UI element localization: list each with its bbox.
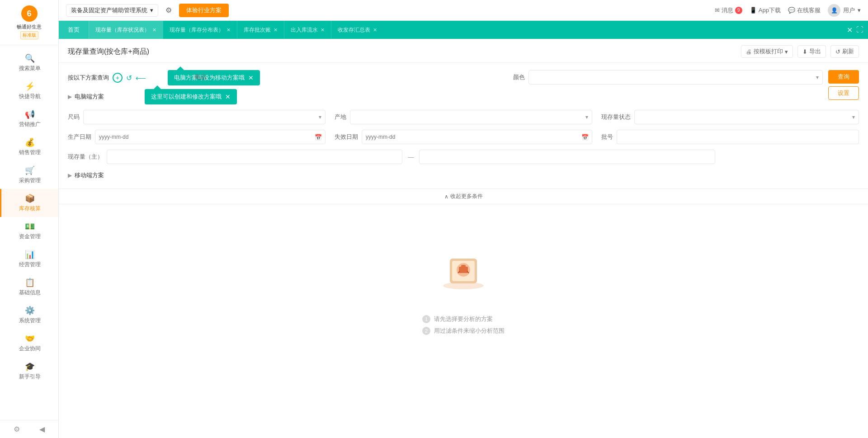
tab-bar-actions: ✕ ⛶ [842, 21, 868, 39]
sidebar-item-inventory[interactable]: 📦 库存核算 [0, 189, 58, 217]
filter-arrow-button[interactable]: ⟵ [136, 74, 146, 82]
inventory-icon: 📦 [25, 193, 35, 203]
footer-collapse-icon[interactable]: ◀ [39, 425, 45, 433]
sidebar-item-sales[interactable]: 💰 销售管理 [0, 133, 58, 161]
expiry-date-input[interactable] [362, 130, 592, 144]
tooltip-create-scheme: 这里可以创建和修改方案哦 ✕ [145, 89, 237, 104]
system-selector[interactable]: 装备及固定资产辅助管理系统 ▾ [66, 4, 158, 17]
user-menu[interactable]: 👤 用户 ▾ [828, 4, 861, 17]
production-date-input[interactable] [95, 130, 326, 144]
set-button[interactable]: 设置 [828, 86, 859, 100]
tab-fullscreen-icon[interactable]: ⛶ [856, 26, 863, 34]
batch-input[interactable] [617, 130, 859, 144]
search-btn-group: 查询 设置 [828, 70, 859, 100]
origin-select[interactable]: ▾ [350, 110, 592, 124]
tab-inventory-distribution[interactable]: 现存量（库存分布表） ✕ [163, 21, 237, 39]
origin-chevron-icon: ▾ [585, 114, 588, 120]
color-select[interactable]: ▾ [528, 70, 823, 85]
sales-icon: 💰 [25, 137, 35, 147]
marketing-icon: 📢 [25, 109, 35, 119]
svg-rect-5 [461, 265, 466, 268]
stock-qty-max-input[interactable] [419, 150, 715, 164]
footer-settings-icon[interactable]: ⚙ [14, 425, 20, 433]
tooltip-arrow [177, 66, 184, 70]
trial-button[interactable]: 体验行业方案 [179, 4, 229, 17]
content-area: 现存量查询(按仓库+商品) 🖨 按模板打印 ▾ ⬇ 导出 ↺ 刷新 [59, 39, 868, 438]
tab-close-all-icon[interactable]: ✕ [847, 26, 853, 34]
refresh-button[interactable]: ↺ 刷新 [830, 45, 859, 58]
system-name: 装备及固定资产辅助管理系统 [71, 6, 147, 14]
settings-icon[interactable]: ⚙ [165, 6, 172, 14]
sidebar-item-operation[interactable]: 📊 经营管理 [0, 245, 58, 273]
empty-svg [436, 240, 491, 295]
sidebar-item-label: 快捷导航 [19, 93, 41, 100]
size-select[interactable]: ▾ [83, 110, 326, 124]
search-button[interactable]: 查询 [828, 70, 859, 84]
empty-state: 1 请先选择要分析的方案 2 用过滤条件来缩小分析范围 [59, 204, 868, 373]
sidebar-item-label: 库存核算 [19, 205, 41, 212]
tab-close-icon[interactable]: ✕ [373, 27, 377, 33]
svg-rect-4 [459, 267, 468, 273]
sidebar-item-label: 基础信息 [19, 289, 41, 297]
calendar2-icon[interactable]: 📅 [581, 134, 589, 141]
sidebar-item-label: 销售管理 [19, 149, 41, 156]
tab-home[interactable]: 首页 [59, 21, 89, 39]
sidebar: 6 畅通好生意 标准版 🔍 搜索菜单 ⚡ 快捷导航 📢 营销推广 💰 销售管理 … [0, 0, 59, 438]
tab-inventory-batch[interactable]: 库存批次账 ✕ [237, 21, 284, 39]
sidebar-item-quick[interactable]: ⚡ 快捷导航 [0, 77, 58, 105]
stock-qty-min-input[interactable] [107, 150, 402, 164]
pc-scheme-item[interactable]: ▶ 电脑端方案 [68, 91, 140, 103]
sidebar-item-basic[interactable]: 📋 基础信息 [0, 273, 58, 301]
sidebar-item-search[interactable]: 🔍 搜索菜单 [0, 49, 58, 77]
stock-status-select[interactable]: ▾ [634, 110, 859, 124]
service-icon: 💬 [788, 7, 795, 14]
sidebar-item-guide[interactable]: 🎓 新手引导 [0, 357, 58, 385]
filter-refresh-button[interactable]: ↺ [126, 74, 132, 82]
print-button[interactable]: 🖨 按模板打印 ▾ [741, 45, 793, 58]
online-service-btn[interactable]: 💬 在线客服 [788, 6, 821, 14]
batch-filter: 批号 [601, 130, 859, 144]
expiry-date-filter: 失效日期 📅 [335, 130, 592, 144]
app-download-btn[interactable]: 📱 App下载 [750, 6, 781, 14]
tab-close-icon[interactable]: ✕ [274, 27, 278, 33]
sidebar-footer: ⚙ ◀ [0, 420, 58, 438]
sidebar-item-purchase[interactable]: 🛒 采购管理 [0, 161, 58, 189]
phone-icon: 📱 [750, 7, 757, 14]
sidebar-item-cooperation[interactable]: 🤝 企业协同 [0, 329, 58, 357]
chevron-down-icon: ▾ [785, 48, 788, 55]
calendar-icon[interactable]: 📅 [315, 134, 322, 141]
collapse-arrow-icon: ▶ [68, 94, 72, 100]
export-button[interactable]: ⬇ 导出 [797, 45, 826, 58]
tab-inventory-status[interactable]: 现存量（库存状况表） ✕ [89, 21, 163, 39]
finance-icon: 💵 [25, 221, 35, 231]
logo-text: 畅通好生意 [17, 24, 42, 30]
goods-filter: 商品 ··· [194, 73, 504, 81]
sidebar-item-marketing[interactable]: 📢 营销推广 [0, 105, 58, 133]
goods-label: 商品 [194, 73, 206, 81]
collapse-bar: ∧ 收起更多条件 [59, 188, 868, 204]
collapse-button[interactable]: ∧ 收起更多条件 [444, 193, 483, 200]
avatar: 👤 [828, 4, 840, 17]
batch-label: 批号 [601, 133, 613, 141]
filter-add-button[interactable]: + [113, 73, 123, 83]
tooltip2-close-button[interactable]: ✕ [225, 93, 231, 100]
goods-dots: ··· [210, 73, 218, 81]
message-btn[interactable]: ✉ 消息 9 [715, 6, 742, 14]
tab-close-icon[interactable]: ✕ [321, 27, 325, 33]
tab-in-out-flow[interactable]: 出入库流水 ✕ [284, 21, 331, 39]
production-date-label: 生产日期 [68, 133, 91, 141]
sidebar-item-finance[interactable]: 💵 资金管理 [0, 217, 58, 245]
user-chevron-icon: ▾ [858, 7, 861, 14]
sidebar-item-system[interactable]: ⚙️ 系统管理 [0, 301, 58, 329]
mobile-scheme-item[interactable]: ▶ 移动端方案 [68, 170, 859, 181]
tab-close-icon[interactable]: ✕ [152, 27, 156, 33]
tab-close-icon[interactable]: ✕ [226, 27, 231, 33]
color-label: 颜色 [513, 73, 525, 81]
top-header: 装备及固定资产辅助管理系统 ▾ ⚙ 体验行业方案 ✉ 消息 9 📱 App下载 … [59, 0, 868, 21]
online-service-label: 在线客服 [797, 6, 821, 14]
size-chevron-icon: ▾ [319, 114, 321, 120]
filter-label: 按以下方案查询 [68, 74, 109, 82]
empty-tip-2: 2 用过滤条件来缩小分析范围 [422, 325, 505, 337]
tab-receive-send-summary[interactable]: 收发存汇总表 ✕ [331, 21, 383, 39]
pc-scheme-label: 电脑端方案 [75, 93, 104, 101]
